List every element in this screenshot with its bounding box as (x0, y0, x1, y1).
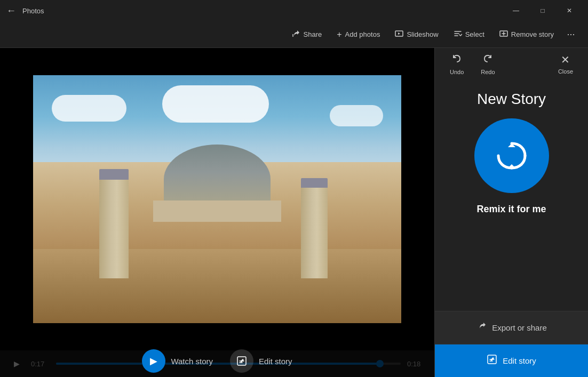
remove-story-button[interactable]: Remove story (493, 26, 560, 43)
add-photos-label: Add photos (345, 30, 380, 38)
watch-play-icon: ▶ (150, 355, 157, 367)
select-button[interactable]: Select (447, 26, 491, 43)
close-panel-button[interactable]: ✕ Close (552, 50, 579, 78)
photo-cloud3 (330, 105, 383, 126)
remove-story-icon (499, 29, 508, 40)
photo-walls (33, 249, 401, 324)
remove-story-label: Remove story (511, 30, 554, 38)
panel-actions: Export or share Edit story (435, 311, 588, 377)
remix-button[interactable] (474, 118, 549, 193)
share-icon (292, 29, 300, 40)
slideshow-label: Slideshow (407, 30, 438, 38)
watch-icon-circle: ▶ (142, 349, 165, 373)
photo-cloud2 (162, 85, 269, 123)
photo-tower-left (99, 180, 129, 278)
photo-dome-base (153, 200, 281, 222)
undo-label: Undo (450, 69, 464, 75)
share-label: Share (304, 30, 322, 38)
share-button[interactable]: Share (285, 26, 329, 43)
slideshow-icon (395, 29, 403, 40)
redo-button[interactable]: Redo (474, 50, 501, 78)
redo-label: Redo (481, 69, 495, 75)
add-icon: + (337, 30, 341, 39)
photo-tower-right (301, 188, 328, 278)
maximize-button[interactable]: □ (530, 2, 555, 19)
panel-content: New Story Remix it for me (435, 80, 588, 311)
minimize-button[interactable]: — (504, 2, 528, 19)
photo-tower-right-top (301, 178, 328, 188)
export-share-button[interactable]: Export or share (435, 311, 588, 344)
export-icon (476, 321, 487, 334)
edit-story-label: Edit story (503, 356, 536, 365)
watch-story-label: Watch story (171, 357, 213, 366)
edit-story-button[interactable]: Edit story (435, 344, 588, 377)
edit-story-bottom-label: Edit story (259, 357, 292, 366)
app-title: Photos (22, 7, 44, 15)
remix-label: Remix it for me (476, 204, 546, 215)
bottom-bar: ▶ Watch story Edit story (0, 345, 434, 377)
undo-button[interactable]: Undo (443, 50, 470, 78)
photo-cloud1 (52, 95, 126, 122)
story-title: New Story (477, 91, 546, 108)
back-button[interactable]: ← (6, 5, 16, 17)
export-share-label: Export or share (492, 323, 547, 332)
select-label: Select (465, 30, 484, 38)
video-area: ▶ 0:17 0:18 (0, 48, 434, 377)
edit-icon-circle (230, 349, 253, 373)
slideshow-button[interactable]: Slideshow (388, 26, 444, 43)
redo-icon (482, 53, 493, 67)
photo-display (33, 75, 401, 323)
toolbar: Share + Add photos Slideshow Select (0, 21, 588, 48)
add-photos-button[interactable]: + Add photos (330, 27, 386, 43)
panel-toolbar: Undo Redo ✕ Close (435, 48, 588, 80)
more-button[interactable]: ··· (562, 26, 579, 43)
right-panel: Undo Redo ✕ Close New Story (434, 48, 588, 377)
titlebar-left: ← Photos (6, 5, 44, 17)
edit-story-bottom-button[interactable]: Edit story (230, 349, 292, 373)
photo-tower-left-top (99, 169, 129, 180)
close-button[interactable]: ✕ (557, 2, 582, 19)
close-panel-icon: ✕ (561, 53, 570, 66)
undo-icon (451, 53, 462, 67)
video-wrapper[interactable] (0, 48, 434, 350)
select-icon (454, 29, 462, 40)
watch-story-button[interactable]: ▶ Watch story (142, 349, 213, 373)
close-label: Close (558, 68, 573, 75)
titlebar: ← Photos — □ ✕ (0, 0, 588, 21)
titlebar-controls: — □ ✕ (504, 2, 582, 19)
main-area: ▶ 0:17 0:18 Undo (0, 48, 588, 377)
edit-story-icon (487, 354, 497, 367)
